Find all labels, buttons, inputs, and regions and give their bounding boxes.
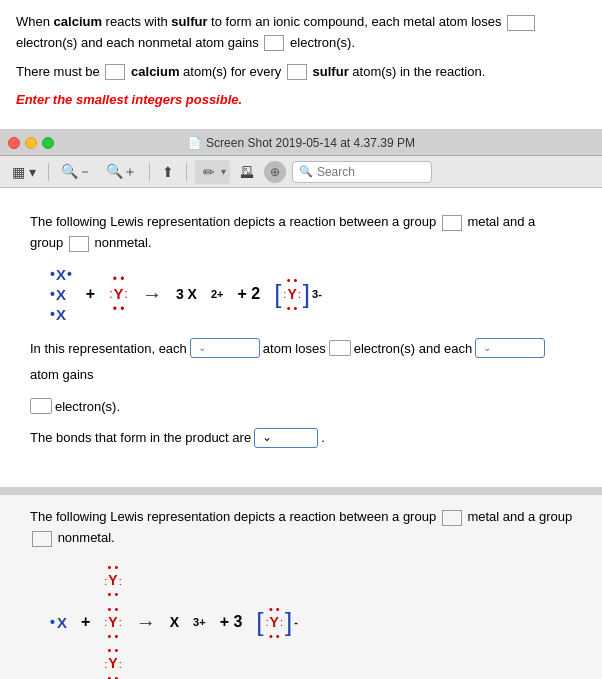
pencil-group: ✏ ▾: [195, 160, 230, 184]
section1-bonds-dropdown[interactable]: ⌄: [254, 428, 318, 448]
maximize-button[interactable]: [42, 137, 54, 149]
sulfur-label: sulfur: [171, 14, 207, 29]
dot-ion2-right: :: [280, 616, 283, 628]
plus1: +: [86, 285, 95, 303]
x-atom-2: • X: [50, 286, 66, 303]
dot-y3-bot: • •: [108, 672, 119, 679]
stamp-button[interactable]: 🗳: [236, 162, 258, 182]
line2: There must be calcium atom(s) for every …: [16, 62, 586, 83]
divider2: [149, 163, 150, 181]
section2-text-mid: metal and a group: [467, 509, 572, 524]
bracket-right-1: ]: [303, 279, 310, 310]
y-ion-symbol: Y: [287, 287, 296, 302]
x-atom-3: • X: [50, 306, 66, 323]
reaction-arrow: →: [142, 283, 162, 306]
metal-loses-input[interactable]: [507, 15, 535, 31]
section2: The following Lewis representation depic…: [0, 495, 602, 679]
upload-button[interactable]: ⬆: [158, 162, 178, 182]
dot-y1-bot: • •: [108, 588, 119, 600]
section2-description: The following Lewis representation depic…: [30, 507, 588, 549]
section1-dropdown1[interactable]: ⌄: [190, 338, 260, 358]
pencil-button[interactable]: ✏: [199, 162, 219, 182]
traffic-lights: [8, 137, 54, 149]
section1: The following Lewis representation depic…: [16, 200, 586, 471]
dot-y1-right: :: [119, 575, 122, 587]
product-exp-sec2: 3+: [193, 616, 206, 628]
y3-symbol: Y: [108, 656, 117, 671]
dot-x2-left: •: [50, 286, 55, 302]
section1-dropdown2[interactable]: ⌄: [475, 338, 545, 358]
q2-label: The bonds that form in the product are: [30, 426, 251, 449]
section1-text-pre: The following Lewis representation depic…: [30, 214, 436, 229]
section2-group-metal-input[interactable]: [442, 510, 462, 526]
bracket-charge-1: 3-: [312, 288, 322, 300]
pencil-chevron: ▾: [221, 166, 226, 177]
section1-q1: In this representation, each ⌄ atom lose…: [30, 337, 572, 387]
minimize-button[interactable]: [25, 137, 37, 149]
y-atom-group: • • : Y : • •: [109, 273, 128, 316]
dot-x1-right: •: [67, 266, 72, 282]
x-atom-1: • X •: [50, 266, 72, 283]
section1-bonds-row: The bonds that form in the product are ⌄…: [30, 426, 572, 449]
sidebar-toggle-button[interactable]: ▦ ▾: [8, 162, 40, 182]
q1-end: atom gains: [30, 363, 94, 386]
y-symbol: Y: [114, 286, 124, 303]
chevron-down-icon-1: ⌄: [198, 339, 206, 357]
q1-pre: In this representation, each: [30, 337, 187, 360]
x-symbol-sec2: X: [57, 614, 67, 631]
dot-ion2-left: :: [266, 616, 269, 628]
section1-gains-input[interactable]: [30, 398, 52, 414]
zoom-out-button[interactable]: 🔍－: [57, 161, 96, 183]
calcium-count-input[interactable]: [105, 64, 125, 80]
close-button[interactable]: [8, 137, 20, 149]
dot-y1-left: :: [104, 575, 107, 587]
y1-sec2: • • : Y : • •: [104, 561, 121, 601]
dot-ion-left: :: [283, 288, 286, 300]
bracket-ion-2: [ • • : Y : • • ] -: [256, 603, 298, 643]
nonmetal-gains-input[interactable]: [264, 35, 284, 51]
title-text: Screen Shot 2019-05-14 at 4.37.39 PM: [206, 136, 415, 150]
circle-button[interactable]: ⊕: [264, 161, 286, 183]
dot-ion2-top: • •: [269, 603, 280, 615]
search-icon: 🔍: [299, 165, 313, 178]
plus2: + 2: [237, 285, 260, 303]
y1-symbol: Y: [108, 573, 117, 588]
calcium-label: calcium: [54, 14, 102, 29]
x-symbol-3: X: [56, 306, 66, 323]
bracket-left-1: [: [274, 279, 281, 310]
y-ion-content: • • : Y : • •: [283, 274, 300, 314]
section1-text-end: nonmetal.: [95, 235, 152, 250]
section1-group-nonmetal-input[interactable]: [69, 236, 89, 252]
y3-mid: : Y :: [104, 656, 121, 671]
dot-y-left1: :: [109, 288, 112, 301]
dot-y3-right: :: [119, 658, 122, 670]
section2-group-nonmetal-input[interactable]: [32, 531, 52, 547]
zoom-in-button[interactable]: 🔍＋: [102, 161, 141, 183]
section2-text-end: nonmetal.: [58, 530, 115, 545]
y3-sec2: • • : Y : • •: [104, 644, 121, 679]
section1-group-metal-input[interactable]: [442, 215, 462, 231]
y-ion2-middle: : Y :: [266, 615, 283, 630]
dot-x1-top: •: [50, 266, 55, 282]
dot-y2-top: • •: [108, 603, 119, 615]
plus2-sec2: + 3: [220, 613, 243, 631]
dot-x3-left: •: [50, 306, 55, 322]
q1-mid: atom loses: [263, 337, 326, 360]
section2-text-pre: The following Lewis representation depic…: [30, 509, 436, 524]
section1-gains-row: electron(s).: [30, 395, 572, 418]
toolbar: ▦ ▾ 🔍－ 🔍＋ ⬆ ✏ ▾ 🗳 ⊕ 🔍: [0, 156, 602, 188]
chevron-down-icon-2: ⌄: [483, 339, 491, 357]
period: .: [321, 426, 325, 449]
divider1: [48, 163, 49, 181]
sulfur-label2: sulfur: [313, 64, 349, 79]
product-exp1: 2+: [211, 288, 224, 300]
hint-text: Enter the smallest integers possible.: [16, 90, 586, 111]
sulfur-count-input[interactable]: [287, 64, 307, 80]
dot-y-bot: • •: [113, 303, 125, 316]
section1-loses-input[interactable]: [329, 340, 351, 356]
section-divider: [0, 487, 602, 495]
dot-ion2-bot: • •: [269, 630, 280, 642]
search-input[interactable]: [317, 165, 425, 179]
divider3: [186, 163, 187, 181]
line1: When calcium reacts with sulfur to form …: [16, 12, 586, 54]
